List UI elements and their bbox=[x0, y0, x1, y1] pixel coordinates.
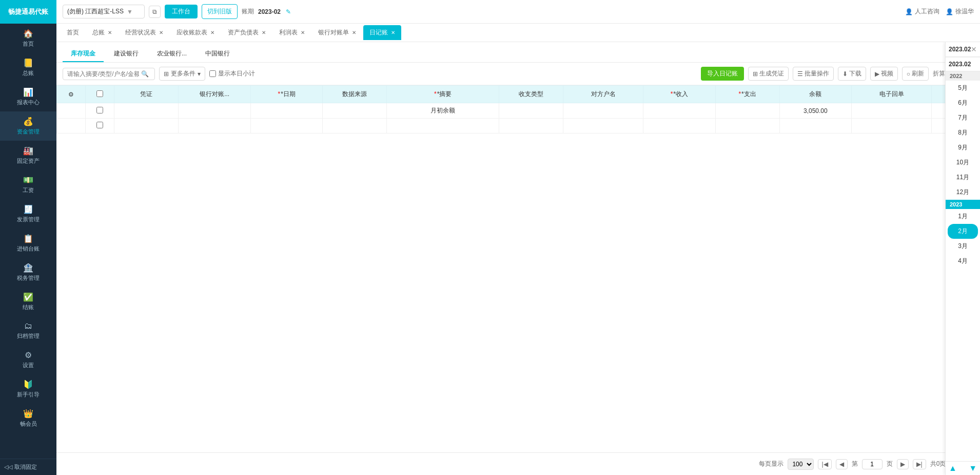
collapse-icon: ◁◁ bbox=[4, 464, 12, 470]
month-2022-9[interactable]: 9月 bbox=[946, 140, 980, 155]
tab-ledger[interactable]: 总账 ✕ bbox=[86, 25, 118, 40]
cell-edoc-0 bbox=[852, 103, 932, 119]
first-page-button[interactable]: |◀ bbox=[818, 459, 831, 469]
sidebar-item-settings[interactable]: ⚙ 设置 bbox=[0, 345, 56, 374]
settings-icon: ⚙ bbox=[25, 350, 32, 360]
sidebar-item-sales[interactable]: 📋 进销台账 bbox=[0, 229, 56, 258]
tab-bank-statement-close[interactable]: ✕ bbox=[352, 30, 356, 35]
bank-tab-cash[interactable]: 库存现金 bbox=[63, 46, 104, 62]
month-2022-10[interactable]: 10月 bbox=[946, 155, 980, 170]
company-selector[interactable]: (勿册) 江西超宝-LSS ▼ bbox=[63, 5, 145, 18]
prev-page-button[interactable]: ◀ bbox=[836, 459, 848, 469]
refresh-button[interactable]: ○ 刷新 bbox=[902, 67, 929, 81]
show-today-checkbox[interactable] bbox=[209, 70, 216, 77]
bank-tab-ccb-label: 建设银行 bbox=[114, 50, 139, 57]
month-2022-12[interactable]: 12月 bbox=[946, 185, 980, 200]
cell-summary-1 bbox=[387, 119, 499, 134]
service-button[interactable]: 👤 人工咨询 bbox=[905, 7, 939, 16]
search-icon[interactable]: 🔍 bbox=[141, 70, 149, 78]
show-today-toggle[interactable]: 显示本日小计 bbox=[209, 69, 255, 78]
bank-tab-abc[interactable]: 农业银行... bbox=[149, 46, 195, 62]
page-size-select[interactable]: 100 50 200 bbox=[788, 459, 814, 470]
sidebar-item-label: 发票管理 bbox=[17, 216, 40, 223]
row-checkbox-1[interactable] bbox=[96, 122, 103, 128]
tab-balance-sheet-close[interactable]: ✕ bbox=[262, 30, 266, 35]
sidebar-item-funds[interactable]: 💰 资金管理 bbox=[0, 111, 56, 141]
tab-profit[interactable]: 利润表 ✕ bbox=[273, 25, 311, 40]
tab-profit-close[interactable]: ✕ bbox=[301, 30, 305, 35]
page-number-input[interactable] bbox=[862, 459, 883, 469]
bank-tab-ccb[interactable]: 建设银行 bbox=[106, 46, 147, 62]
sidebar-item-label: 结账 bbox=[23, 303, 34, 311]
col-check[interactable] bbox=[86, 86, 114, 103]
gen-voucher-button[interactable]: ⊞ 生成凭证 bbox=[748, 67, 789, 81]
tab-journal[interactable]: 日记账 ✕ bbox=[363, 25, 401, 40]
batch-button[interactable]: ☰ 批量操作 bbox=[793, 67, 834, 81]
year-group-2023: 2023 1月 2月 3月 4月 bbox=[946, 200, 980, 269]
sidebar-item-close[interactable]: ✅ 结账 bbox=[0, 287, 56, 316]
user-button[interactable]: 👤 徐温华 bbox=[946, 7, 974, 16]
select-all-checkbox[interactable] bbox=[96, 90, 103, 97]
sales-icon: 📋 bbox=[23, 234, 33, 243]
sidebar-item-guide[interactable]: 🔰 新手引导 bbox=[0, 374, 56, 404]
tab-balance-sheet-label: 资产负债表 bbox=[228, 28, 259, 37]
date-nav-down[interactable]: ▼ bbox=[969, 464, 977, 473]
tab-balance-sheet[interactable]: 资产负债表 ✕ bbox=[222, 25, 272, 40]
video-button[interactable]: ▶ 视频 bbox=[870, 67, 898, 81]
sidebar-item-tax[interactable]: 🏦 税务管理 bbox=[0, 258, 56, 287]
collapse-button[interactable]: ◁◁ 取消固定 bbox=[0, 459, 56, 475]
tab-bank-statement[interactable]: 银行对账单 ✕ bbox=[312, 25, 362, 40]
sidebar-item-reports[interactable]: 📊 报表中心 bbox=[0, 82, 56, 111]
month-2023-3[interactable]: 3月 bbox=[946, 239, 980, 254]
sidebar-item-salary[interactable]: 💵 工资 bbox=[0, 170, 56, 199]
date-panel-header2: 2023.02 bbox=[946, 57, 980, 71]
next-page-button[interactable]: ▶ bbox=[897, 459, 909, 469]
import-button[interactable]: 导入日记账 bbox=[701, 67, 744, 81]
filter-button[interactable]: ⊞ 更多条件 ▾ bbox=[159, 67, 205, 81]
tab-receivable-close[interactable]: ✕ bbox=[210, 30, 214, 35]
salary-icon: 💵 bbox=[23, 175, 33, 185]
col-expense: **支出 bbox=[715, 86, 779, 103]
tab-home[interactable]: 首页 bbox=[61, 25, 85, 40]
month-2022-5[interactable]: 5月 bbox=[946, 81, 980, 96]
search-input[interactable] bbox=[67, 70, 139, 78]
sidebar-item-archive[interactable]: 🗂 归档管理 bbox=[0, 316, 56, 345]
sidebar-item-invoice[interactable]: 🧾 发票管理 bbox=[0, 199, 56, 229]
month-2023-4[interactable]: 4月 bbox=[946, 254, 980, 269]
month-2022-6[interactable]: 6月 bbox=[946, 96, 980, 110]
month-2022-11[interactable]: 11月 bbox=[946, 170, 980, 185]
month-2022-8[interactable]: 8月 bbox=[946, 125, 980, 140]
download-button[interactable]: ⬇ 下载 bbox=[838, 67, 866, 81]
row-checkbox-0[interactable] bbox=[96, 107, 103, 113]
month-2023-1[interactable]: 1月 bbox=[946, 209, 980, 224]
tab-operation-close[interactable]: ✕ bbox=[159, 30, 163, 35]
last-page-button[interactable]: ▶| bbox=[913, 459, 926, 469]
tab-ledger-close[interactable]: ✕ bbox=[108, 30, 112, 35]
tab-home-label: 首页 bbox=[67, 28, 79, 37]
sidebar-item-ledger[interactable]: 📒 总账 bbox=[0, 53, 56, 82]
tab-journal-close[interactable]: ✕ bbox=[391, 30, 395, 35]
sidebar-item-home[interactable]: 🏠 首页 bbox=[0, 24, 56, 53]
date-nav-up[interactable]: ▲ bbox=[949, 464, 957, 473]
date-panel-close-button[interactable]: ✕ bbox=[971, 45, 977, 53]
cell-balance-0: 3,050.00 bbox=[779, 103, 852, 119]
period-edit-icon[interactable]: ✎ bbox=[286, 8, 291, 15]
workbench-button[interactable]: 工作台 bbox=[165, 5, 198, 18]
bank-tab-boc[interactable]: 中国银行 bbox=[197, 46, 238, 62]
month-2023-2[interactable]: 2月 bbox=[948, 224, 978, 239]
data-table-container: ⚙ 凭证 银行对账... **日期 数据来源 **摘要 收支类型 对方户名 **… bbox=[56, 85, 980, 452]
tab-operation[interactable]: 经营状况表 ✕ bbox=[119, 25, 169, 40]
period-label: 账期 bbox=[242, 7, 254, 16]
cell-check-1[interactable] bbox=[86, 119, 114, 134]
year-group-2022: 2022 5月 6月 7月 8月 9月 10月 11月 12月 bbox=[946, 71, 980, 200]
back-button[interactable]: 切到旧版 bbox=[202, 4, 238, 19]
copy-button[interactable]: ⧉ bbox=[149, 6, 161, 18]
search-box[interactable]: 🔍 bbox=[63, 68, 155, 80]
tab-receivable[interactable]: 应收账款表 ✕ bbox=[170, 25, 221, 40]
month-2022-7[interactable]: 7月 bbox=[946, 110, 980, 125]
date-panel-year: 2023.02 bbox=[949, 46, 971, 53]
col-settings[interactable]: ⚙ bbox=[57, 86, 86, 103]
cell-check-0[interactable] bbox=[86, 103, 114, 119]
sidebar-item-member[interactable]: 👑 畅会员 bbox=[0, 404, 56, 433]
sidebar-item-assets[interactable]: 🏭 固定资产 bbox=[0, 141, 56, 170]
